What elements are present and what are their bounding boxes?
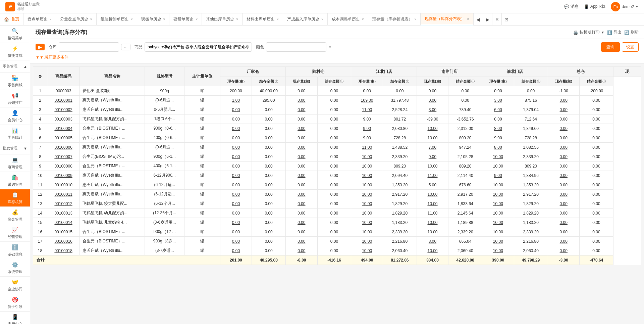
row-wh5-qty[interactable]: 8.00 bbox=[482, 124, 514, 133]
tab-prev-btn[interactable]: ◀ bbox=[473, 13, 483, 26]
row-total-qty[interactable]: 0.00 bbox=[548, 180, 579, 190]
tab-next-btn[interactable]: ▶ bbox=[483, 13, 492, 26]
row-wh1-qty[interactable]: 0.00 bbox=[220, 171, 252, 180]
row-wh1-qty[interactable]: 0.00 bbox=[220, 180, 252, 190]
row-wh5-qty[interactable]: 6.00 bbox=[482, 105, 514, 114]
sidebar-item-purchase[interactable]: 🛍️ 采购管理 bbox=[0, 172, 30, 189]
tab-requisition[interactable]: 要货单历史 × bbox=[169, 13, 202, 26]
row-wh2-qty[interactable]: 0.00 bbox=[286, 237, 317, 246]
row-wh5-qty[interactable]: 9.00 bbox=[482, 171, 514, 180]
row-total-qty[interactable]: 0.00 bbox=[548, 190, 579, 199]
sidebar-item-quick-nav[interactable]: ⚡ 快捷导航 bbox=[0, 43, 30, 60]
row-wh2-qty[interactable]: 0.00 bbox=[286, 218, 317, 227]
tab-transfer[interactable]: 调拨单历史 × bbox=[137, 13, 170, 26]
th-settings[interactable]: ⚙ bbox=[33, 67, 47, 86]
row-wh4-qty[interactable]: 9.00 bbox=[417, 152, 448, 161]
row-wh2-qty[interactable]: 0.00 bbox=[286, 161, 317, 171]
row-wh2-qty[interactable]: 0.00 bbox=[286, 190, 317, 199]
sidebar-item-ecommerce[interactable]: 💻 电商管理 bbox=[0, 154, 30, 172]
sidebar-item-inventory[interactable]: 📋 库存核算 bbox=[0, 189, 30, 207]
row-wh1-qty[interactable]: 0.00 bbox=[220, 237, 252, 246]
row-wh2-qty[interactable]: 0.00 bbox=[286, 105, 317, 114]
row-wh2-qty[interactable]: 0.00 bbox=[286, 152, 317, 161]
sidebar-item-finance[interactable]: 💰 资金管理 bbox=[0, 207, 30, 224]
row-wh4-qty[interactable]: 10.00 bbox=[417, 227, 448, 237]
row-wh3-qty[interactable]: 10.00 bbox=[351, 227, 383, 237]
tab-inventory-single[interactable]: 盘点单历史 × bbox=[23, 13, 56, 26]
row-wh1-qty[interactable]: 0.00 bbox=[220, 209, 252, 218]
row-wh5-qty[interactable]: 10.00 bbox=[482, 199, 514, 209]
tab-disassemble[interactable]: 组装拆卸单历史 × bbox=[97, 13, 137, 26]
row-wh4-qty[interactable]: 0.00 bbox=[417, 86, 448, 96]
row-wh2-qty[interactable]: 0.00 bbox=[286, 209, 317, 218]
tab-home[interactable]: 🏠 首页 bbox=[0, 13, 23, 26]
row-code[interactable]: 00100014 bbox=[47, 218, 79, 227]
row-wh2-qty[interactable]: 0.00 bbox=[286, 246, 317, 256]
row-wh3-qty[interactable]: 10.00 bbox=[351, 190, 383, 199]
row-code[interactable]: 00100002 bbox=[47, 105, 79, 114]
row-wh3-qty[interactable]: 10.00 bbox=[351, 161, 383, 171]
sidebar-item-wholesale[interactable]: 批发管理 ▼ bbox=[0, 142, 30, 154]
row-code[interactable]: 00100008 bbox=[47, 161, 79, 171]
row-wh3-qty[interactable]: 9.00 bbox=[351, 124, 383, 133]
tab-close-icon[interactable]: × bbox=[131, 17, 133, 21]
color-input[interactable] bbox=[266, 42, 326, 52]
row-code[interactable]: 00100010 bbox=[47, 180, 79, 190]
row-total-qty[interactable]: 0.00 bbox=[548, 246, 579, 256]
row-code[interactable]: 00100005 bbox=[47, 133, 79, 143]
tab-maximize-btn[interactable]: ⊡ bbox=[501, 13, 511, 26]
row-wh3-qty[interactable]: 10.00 bbox=[351, 199, 383, 209]
row-wh4-qty[interactable]: 10.00 bbox=[417, 133, 448, 143]
row-wh3-qty[interactable]: 10.00 bbox=[351, 237, 383, 246]
tab-stock-status[interactable]: 现存量（库存状况表） × bbox=[368, 13, 421, 26]
row-wh1-qty[interactable]: 0.00 bbox=[220, 124, 252, 133]
setting-btn[interactable]: 设置 bbox=[622, 42, 639, 52]
expand-btn[interactable]: ▼▼ 展开更多条件 bbox=[36, 54, 639, 60]
row-wh1-qty[interactable]: 0.00 bbox=[220, 190, 252, 199]
row-wh4-qty[interactable]: 11.00 bbox=[417, 209, 448, 218]
row-wh4-qty[interactable]: 10.00 bbox=[417, 246, 448, 256]
settings-icon[interactable]: ⚙ bbox=[38, 74, 42, 79]
user-menu[interactable]: Ea demo2 ▼ bbox=[611, 2, 639, 11]
row-total-qty[interactable]: 0.00 bbox=[548, 114, 579, 124]
row-wh3-qty[interactable]: 10.00 bbox=[351, 180, 383, 190]
row-code[interactable]: 00100007 bbox=[47, 152, 79, 161]
tab-other-out[interactable]: 其他出库单历史 × bbox=[202, 13, 243, 26]
row-wh3-qty[interactable]: 11.00 bbox=[351, 105, 383, 114]
row-wh2-qty[interactable]: 0.00 bbox=[286, 227, 317, 237]
tab-close-all-btn[interactable]: ✕ bbox=[492, 13, 501, 26]
row-code[interactable]: 00100006 bbox=[47, 143, 79, 152]
row-total-qty[interactable]: 0.00 bbox=[548, 152, 579, 161]
goods-input[interactable] bbox=[145, 42, 252, 52]
tab-close-icon[interactable]: × bbox=[196, 17, 198, 21]
tab-stock-dist[interactable]: 现存量（库存分布表） × bbox=[421, 13, 473, 26]
tab-close-icon[interactable]: × bbox=[362, 17, 364, 21]
sidebar-item-retail-stat[interactable]: 📊 零售统计 bbox=[0, 125, 30, 142]
row-wh3-qty[interactable]: 11.00 bbox=[351, 143, 383, 152]
row-wh4-qty[interactable]: 10.00 bbox=[417, 161, 448, 171]
row-total-qty[interactable]: 0.00 bbox=[548, 96, 579, 105]
row-wh2-qty[interactable]: 0.00 bbox=[286, 171, 317, 180]
row-wh4-qty[interactable]: 0.00 bbox=[417, 96, 448, 105]
warehouse-input[interactable] bbox=[59, 42, 119, 52]
tab-close-icon[interactable]: × bbox=[163, 17, 165, 21]
sidebar-item-member[interactable]: 👤 会员中心 bbox=[0, 107, 30, 125]
tab-material-out[interactable]: 材料出库单历史 × bbox=[243, 13, 283, 26]
row-wh2-qty[interactable]: 0.00 bbox=[286, 143, 317, 152]
row-wh1-qty[interactable]: 0.00 bbox=[220, 133, 252, 143]
message-btn[interactable]: 💬 消息 bbox=[564, 4, 579, 9]
row-wh3-qty[interactable]: 10.00 bbox=[351, 152, 383, 161]
tab-close-icon[interactable]: × bbox=[321, 17, 323, 21]
row-code[interactable]: 00100011 bbox=[47, 190, 79, 199]
row-total-qty[interactable]: 0.00 bbox=[548, 199, 579, 209]
row-total-qty[interactable]: 0.00 bbox=[548, 209, 579, 218]
row-wh1-qty[interactable]: 0.00 bbox=[220, 227, 252, 237]
sidebar-item-operation[interactable]: 📈 经营管理 bbox=[0, 224, 30, 242]
row-wh4-qty[interactable]: 3.00 bbox=[417, 105, 448, 114]
row-wh4-qty[interactable]: 10.00 bbox=[417, 190, 448, 199]
row-total-qty[interactable]: 0.00 bbox=[548, 171, 579, 180]
row-wh5-qty[interactable]: 10.00 bbox=[482, 246, 514, 256]
row-total-qty[interactable]: 0.00 bbox=[548, 237, 579, 246]
row-total-qty[interactable]: 0.00 bbox=[548, 124, 579, 133]
row-wh5-qty[interactable]: 8.00 bbox=[482, 143, 514, 152]
